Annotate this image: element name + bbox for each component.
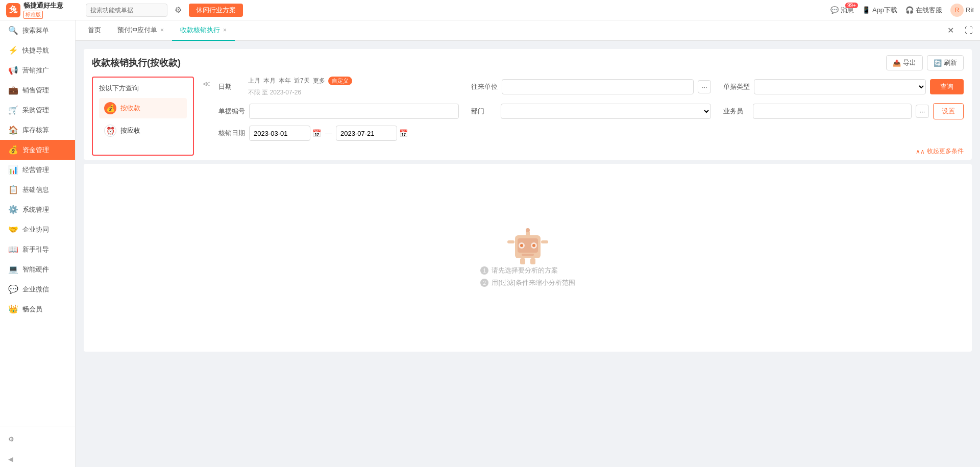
search-option-by-receipt[interactable]: 💰 按收款 [99, 98, 187, 118]
sidebar-item-member[interactable]: 👑 畅会员 [0, 299, 75, 319]
search-form-grid: 日期 上月 本月 本年 近7天 更多 自定义 不限 至 2023-07- [218, 77, 964, 119]
dept-select[interactable] [501, 104, 712, 119]
logo-area: 兔 畅捷通好生意 标准版 [6, 1, 82, 19]
sidebar-item-quicknav[interactable]: ⚡ 快捷导航 [0, 40, 75, 60]
date-form-row: 日期 上月 本月 本年 近7天 更多 自定义 不限 至 2023-07- [218, 77, 459, 97]
calendar-start-icon[interactable]: 📅 [312, 129, 321, 137]
dept-form-row: 部门 [471, 103, 712, 119]
sidebar-label: 企业微信 [22, 285, 49, 294]
svg-point-8 [526, 228, 530, 232]
sidebar-item-hardware[interactable]: 💻 智能硬件 [0, 259, 75, 279]
sidebar-item-funds[interactable]: 💰 资金管理 [0, 140, 75, 160]
notification-badge: 99+ [845, 3, 858, 8]
date-custom-badge[interactable]: 自定义 [328, 77, 352, 85]
search-option-receipt-label: 按收款 [120, 104, 140, 113]
search-main: 按以下方查询 💰 按收款 ⏰ 按应收 ≪ [92, 77, 964, 156]
verify-date-end-input[interactable] [336, 126, 397, 141]
settings-icon: ⚙️ [8, 205, 18, 214]
tab-bar-actions: ✕ ⛶ [943, 23, 976, 38]
svg-point-4 [520, 244, 523, 247]
date-link-7days[interactable]: 近7天 [294, 77, 310, 85]
empty-state-icon [502, 225, 553, 266]
messages-button[interactable]: 💬 消息 99+ [830, 6, 854, 15]
salesperson-input[interactable] [753, 104, 912, 119]
sidebar-item-sales[interactable]: 💼 销售管理 [0, 80, 75, 100]
docno-label: 单据编号 [218, 107, 245, 116]
sidebar-item-basic-info[interactable]: 📋 基础信息 [0, 180, 75, 200]
doctype-label: 单据类型 [723, 82, 750, 91]
user-account[interactable]: R Rit [950, 4, 974, 17]
partner-input[interactable] [502, 79, 694, 94]
tab-prepay-close[interactable]: × [160, 27, 164, 33]
partner-more-button[interactable]: ··· [698, 80, 711, 93]
gear-icon[interactable]: ⚙ [172, 4, 185, 17]
salesperson-more-button[interactable]: ··· [916, 105, 929, 118]
tab-prepay-label: 预付冲应付单 [117, 26, 157, 35]
computer-icon: 💻 [8, 264, 18, 274]
date-link-this-year[interactable]: 本年 [279, 77, 291, 85]
sidebar-label: 新手引导 [22, 245, 49, 254]
search-icon: 🔍 [8, 26, 18, 35]
date-link-last-month[interactable]: 上月 [248, 77, 260, 85]
docno-input[interactable] [249, 104, 459, 119]
sidebar-item-management[interactable]: 📊 经营管理 [0, 160, 75, 180]
setting-button[interactable]: 设置 [933, 103, 964, 119]
online-service-button[interactable]: 🎧 在线客服 [905, 6, 942, 15]
date-link-this-month[interactable]: 本月 [263, 77, 276, 85]
empty-tip-1: 1 请先选择要分析的方案 [480, 266, 575, 275]
briefcase-icon: 💼 [8, 85, 18, 95]
app-download-button[interactable]: 📱 App下载 [862, 6, 897, 15]
export-icon: 📤 [893, 59, 901, 67]
search-panel-title: 按以下方查询 [99, 84, 187, 93]
sidebar-item-marketing[interactable]: 📢 营销推广 [0, 60, 75, 80]
calendar-end-icon[interactable]: 📅 [399, 129, 408, 137]
collapse-more-button[interactable]: ∧∧ 收起更多条件 [218, 147, 964, 156]
sidebar-item-purchase[interactable]: 🛒 采购管理 [0, 100, 75, 120]
download-icon: 📱 [862, 6, 870, 14]
tip-number-2: 2 [480, 279, 488, 287]
date-link-more[interactable]: 更多 [313, 77, 325, 85]
sidebar-item-enterprise[interactable]: 🤝 企业协同 [0, 219, 75, 239]
house-icon: 🏠 [8, 125, 18, 135]
service-icon: 🎧 [905, 6, 914, 14]
sidebar-item-newguide[interactable]: 📖 新手引导 [0, 239, 75, 259]
date-range-dash: — [325, 130, 332, 137]
sidebar-item-wechat[interactable]: 💬 企业微信 [0, 279, 75, 299]
tab-home[interactable]: 首页 [80, 20, 109, 41]
doctype-select[interactable] [754, 79, 926, 94]
header-search-input[interactable] [86, 4, 167, 17]
sidebar-collapse-button[interactable]: ◀ [0, 451, 75, 467]
query-button[interactable]: 查询 [930, 79, 964, 94]
tab-close-action[interactable]: ✕ [943, 23, 958, 38]
tab-receipt-verify[interactable]: 收款核销执行 × [172, 20, 235, 41]
sidebar-item-system[interactable]: ⚙️ 系统管理 [0, 200, 75, 219]
sidebar-label: 营销推广 [22, 66, 49, 75]
tab-prepay[interactable]: 预付冲应付单 × [109, 20, 172, 41]
cart-icon: 🛒 [8, 105, 18, 115]
chat-icon: 💬 [8, 284, 18, 294]
salesperson-form-row: 业务员 ··· 设置 [723, 103, 964, 119]
search-option-by-receivable[interactable]: ⏰ 按应收 [99, 120, 187, 141]
svg-point-5 [532, 244, 535, 247]
panel-collapse-button[interactable]: ≪ [200, 78, 212, 90]
handshake-icon: 🤝 [8, 225, 18, 234]
verify-date-start-wrap: 📅 [249, 126, 321, 141]
sidebar-settings-button[interactable]: ⚙ [0, 431, 75, 447]
receipt-option-icon: 💰 [104, 102, 116, 114]
export-button[interactable]: 📤 导出 [886, 55, 923, 70]
verify-date-row: 核销日期 📅 — 📅 [218, 126, 964, 141]
empty-state-card: 1 请先选择要分析的方案 2 用[过滤]条件来缩小分析范围 [84, 164, 972, 352]
tab-receipt-verify-close[interactable]: × [223, 27, 227, 33]
user-avatar: R [950, 4, 964, 17]
sidebar-item-search[interactable]: 🔍 搜索菜单 [0, 20, 75, 40]
sidebar-item-inventory[interactable]: 🏠 库存核算 [0, 120, 75, 140]
industry-solution-button[interactable]: 休闲行业方案 [189, 4, 243, 17]
refresh-button[interactable]: 🔄 刷新 [927, 55, 964, 70]
svg-rect-9 [507, 240, 514, 243]
tab-expand-action[interactable]: ⛶ [962, 23, 976, 38]
refresh-icon: 🔄 [934, 59, 942, 67]
verify-date-start-input[interactable] [249, 126, 310, 141]
empty-tip-2: 2 用[过滤]条件来缩小分析范围 [480, 278, 575, 287]
sidebar-label: 基础信息 [22, 185, 49, 194]
sidebar-label: 销售管理 [22, 86, 49, 95]
